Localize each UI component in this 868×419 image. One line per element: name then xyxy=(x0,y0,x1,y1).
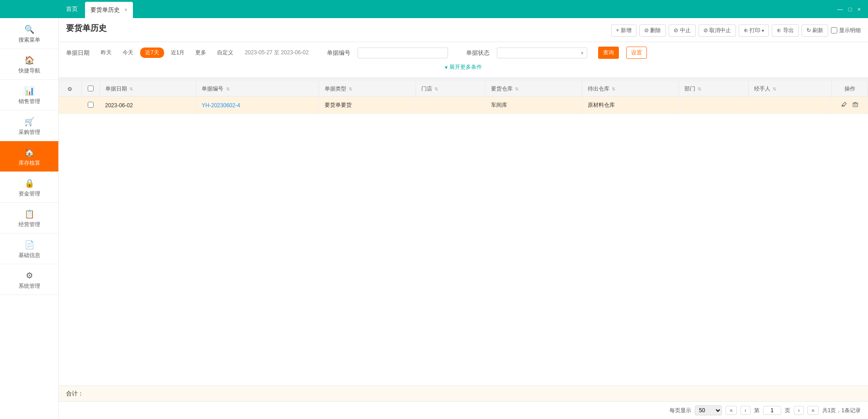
date-btn-last-month[interactable]: 近1月 xyxy=(167,48,189,58)
page-label: 第 xyxy=(754,407,760,414)
top-right-controls: — □ × xyxy=(837,6,868,13)
select-all-checkbox[interactable] xyxy=(88,86,94,91)
sidebar-item-system[interactable]: ⚙ 系统管理 xyxy=(0,264,58,295)
sidebar: 🔍 搜索菜单 🏠 快捷导航 📊 销售管理 🛒 采购管理 🏠 库存核算 🔒 资金管… xyxy=(0,18,59,419)
row-department xyxy=(679,97,748,114)
col-pending-warehouse[interactable]: 待出仓库 ⇅ xyxy=(582,81,679,97)
tab-home[interactable]: 首页 xyxy=(59,0,85,18)
operations-icon: 📋 xyxy=(24,209,34,219)
delete-button[interactable]: ⊘ 删除 xyxy=(639,24,666,37)
sidebar-item-shortcuts[interactable]: 🏠 快捷导航 xyxy=(0,49,58,80)
col-doc-number[interactable]: 单据编号 ⇅ xyxy=(196,81,319,97)
page-size-label: 每页显示 xyxy=(670,407,691,414)
basics-icon: 📄 xyxy=(24,240,34,250)
col-handler[interactable]: 经手人 ⇅ xyxy=(748,81,831,97)
sidebar-label-finance: 资金管理 xyxy=(19,190,40,198)
date-btn-more[interactable]: 更多 xyxy=(191,48,210,58)
sidebar-item-operations[interactable]: 📋 经营管理 xyxy=(0,203,58,233)
tab-label: 要货单历史 xyxy=(90,6,120,14)
col-settings: ⚙ xyxy=(59,81,81,97)
sidebar-item-purchase[interactable]: 🛒 采购管理 xyxy=(0,110,58,141)
page-size-select[interactable]: 50 10 20 100 xyxy=(695,405,722,415)
main-layout: 🔍 搜索菜单 🏠 快捷导航 📊 销售管理 🛒 采购管理 🏠 库存核算 🔒 资金管… xyxy=(0,18,868,419)
refresh-button[interactable]: ↻ 刷新 xyxy=(802,24,828,37)
window-minimize-btn[interactable]: — xyxy=(837,6,843,13)
col-req-warehouse[interactable]: 要货仓库 ⇅ xyxy=(486,81,582,97)
col-actions: 操作 xyxy=(832,81,868,97)
finance-icon: 🔒 xyxy=(24,178,34,188)
sidebar-item-finance[interactable]: 🔒 资金管理 xyxy=(0,172,58,203)
doc-number-input[interactable] xyxy=(358,48,448,58)
display-detail-checkbox[interactable] xyxy=(831,27,837,33)
last-page-btn[interactable]: » xyxy=(807,406,819,415)
doc-status-label: 单据状态 xyxy=(466,49,490,57)
sidebar-label-operations: 经营管理 xyxy=(19,221,40,229)
row-checkbox[interactable] xyxy=(88,102,94,108)
sidebar-label-shortcuts: 快捷导航 xyxy=(19,67,40,75)
col-pending-warehouse-label: 待出仓库 xyxy=(588,86,609,92)
table-wrapper: ⚙ 单据日期 ⇅ 单据编号 ⇅ xyxy=(59,81,868,386)
sort-arrows-req-warehouse: ⇅ xyxy=(515,86,519,91)
row-pending-warehouse: 原材料仓库 xyxy=(582,97,679,114)
doc-status-select[interactable] xyxy=(497,48,587,58)
row-doc-date: 2023-06-02 xyxy=(99,97,196,114)
print-label: ⊕ 打印 xyxy=(744,27,760,34)
query-button[interactable]: 查询 xyxy=(598,47,619,59)
date-btn-last7days[interactable]: 近7天 xyxy=(140,48,164,58)
current-page-input[interactable] xyxy=(763,406,781,415)
window-maximize-btn[interactable]: □ xyxy=(849,6,852,13)
date-btn-today[interactable]: 今天 xyxy=(118,48,137,58)
pagination: 每页显示 50 10 20 100 « ‹ 第 页 › » 共1页，1条记录 xyxy=(59,401,868,419)
new-button[interactable]: + 新增 xyxy=(611,24,637,37)
sidebar-label-inventory: 库存核算 xyxy=(19,159,40,167)
window-close-btn[interactable]: × xyxy=(857,6,861,13)
col-doc-type[interactable]: 单据类型 ⇅ xyxy=(319,81,416,97)
sort-arrows-pending-warehouse: ⇅ xyxy=(612,86,615,91)
date-btn-yesterday[interactable]: 昨天 xyxy=(97,48,116,58)
col-store-label: 门店 xyxy=(421,86,432,92)
prev-page-btn[interactable]: ‹ xyxy=(741,406,750,415)
tab-requisition-history[interactable]: 要货单历史 × xyxy=(85,2,133,18)
sidebar-item-basics[interactable]: 📄 基础信息 xyxy=(0,233,58,264)
home-icon: 🏠 xyxy=(24,55,34,65)
expand-filter-button[interactable]: ▾ 展开更多条件 xyxy=(445,62,482,73)
purchase-icon: 🛒 xyxy=(24,117,34,127)
doc-number-label: 单据编号 xyxy=(327,49,350,57)
sidebar-label-basics: 基础信息 xyxy=(19,252,40,259)
row-edit-button[interactable] xyxy=(839,100,849,110)
search-icon: 🔍 xyxy=(24,24,34,34)
col-req-warehouse-label: 要货仓库 xyxy=(491,86,513,92)
sort-arrows-doc-date: ⇅ xyxy=(129,86,133,91)
print-button[interactable]: ⊕ 打印 ▾ xyxy=(739,24,769,37)
col-doc-date[interactable]: 单据日期 ⇅ xyxy=(99,81,196,97)
top-bar: 首页 要货单历史 × — □ × xyxy=(0,0,868,18)
date-btn-custom[interactable]: 自定义 xyxy=(213,48,237,58)
sidebar-item-search[interactable]: 🔍 搜索菜单 xyxy=(0,18,58,49)
cancel-stop-button[interactable]: ⊘ 取消中止 xyxy=(698,24,736,37)
next-page-btn[interactable]: › xyxy=(794,406,804,415)
export-button[interactable]: ⊕ 导出 xyxy=(772,24,798,37)
sidebar-label-sales: 销售管理 xyxy=(19,98,40,105)
settings-gear-icon[interactable]: ⚙ xyxy=(67,86,72,92)
sort-arrows-handler: ⇅ xyxy=(773,86,776,91)
first-page-btn[interactable]: « xyxy=(726,406,737,415)
col-department-label: 部门 xyxy=(684,86,695,92)
sales-icon: 📊 xyxy=(24,86,34,96)
stop-button[interactable]: ⊘ 中止 xyxy=(669,24,695,37)
sidebar-item-inventory[interactable]: 🏠 库存核算 xyxy=(0,141,58,172)
col-department[interactable]: 部门 ⇅ xyxy=(679,81,748,97)
doc-number-link[interactable]: YH-20230602-4 xyxy=(202,102,240,109)
row-req-warehouse: 车间库 xyxy=(486,97,582,114)
display-detail-toggle[interactable]: 显示明细 xyxy=(831,27,861,34)
page-suffix: 页 xyxy=(785,407,790,414)
table-header-row: ⚙ 单据日期 ⇅ 单据编号 ⇅ xyxy=(59,81,868,97)
inventory-icon: 🏠 xyxy=(24,148,34,157)
row-delete-button[interactable] xyxy=(850,100,860,110)
page-title: 要货单历史 xyxy=(66,23,107,33)
print-dropdown-icon[interactable]: ▾ xyxy=(762,28,764,33)
col-doc-date-label: 单据日期 xyxy=(105,86,127,92)
setting-button[interactable]: 设置 xyxy=(626,47,647,59)
sidebar-item-sales[interactable]: 📊 销售管理 xyxy=(0,80,58,110)
tab-close-icon[interactable]: × xyxy=(124,7,127,13)
col-store[interactable]: 门店 ⇅ xyxy=(415,81,485,97)
